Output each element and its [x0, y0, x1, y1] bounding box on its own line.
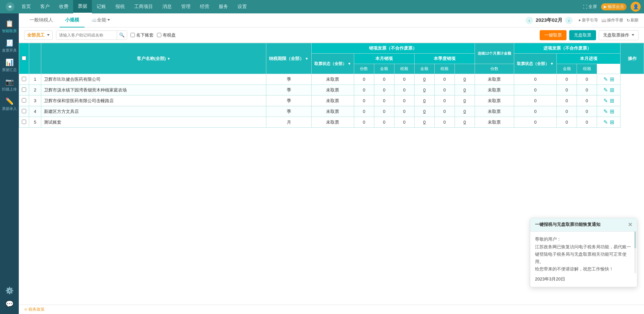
- row-edit-icon-3[interactable]: ✎: [603, 108, 608, 115]
- smart-ticket-icon: 📋: [5, 19, 14, 27]
- filter-names-check[interactable]: 名下账套: [130, 32, 154, 38]
- tax-disk-checkbox[interactable]: [157, 33, 161, 37]
- sidebar-item-invoice-entry[interactable]: ✏️ 票据录入: [0, 95, 19, 114]
- nav-message[interactable]: 消息: [158, 0, 176, 13]
- name-filter-icon[interactable]: ▼: [167, 57, 170, 61]
- nav-tax[interactable]: 报税: [111, 0, 129, 13]
- no-disk-ops-btn[interactable]: 无盘取票操作: [599, 30, 639, 40]
- sidebar-item-smart-ticket[interactable]: 📋 智能取票: [0, 17, 19, 36]
- row-checkbox-2[interactable]: [19, 96, 29, 106]
- scan-upload-icon: 📷: [5, 78, 14, 86]
- period-prev-btn[interactable]: ‹: [526, 17, 533, 24]
- tab-all[interactable]: ☁️ 全能: [86, 13, 115, 27]
- row-sales-quarter-tax-2: 0: [434, 96, 454, 106]
- row-checkbox-1[interactable]: [19, 85, 29, 96]
- manual-icon: 📖: [601, 18, 606, 23]
- notification-line1: 尊敬的用户：: [535, 236, 632, 243]
- nav-manage[interactable]: 管理: [176, 0, 195, 13]
- sidebar-item-settings[interactable]: ⚙️: [5, 284, 14, 297]
- row-num-2: 3: [29, 96, 41, 106]
- nav-service[interactable]: 服务: [214, 0, 233, 13]
- fullscreen-btn[interactable]: ⛶ 全屏: [583, 4, 597, 10]
- names-checkbox[interactable]: [130, 33, 135, 37]
- user-avatar[interactable]: 👤: [631, 2, 641, 12]
- sidebar-item-invoice-issue[interactable]: 🧾 发票开具: [0, 36, 19, 56]
- one-click-ticket-btn[interactable]: 一键取票: [540, 30, 567, 40]
- row-sales-quarter-tax-0: 0: [434, 74, 454, 85]
- tab-small-scale[interactable]: 小规模: [60, 13, 85, 27]
- search-input[interactable]: [56, 31, 117, 40]
- row-actions-4: ✎ ⊞: [597, 117, 621, 128]
- nav-settings[interactable]: 设置: [233, 0, 252, 13]
- filter-tax-disk-check[interactable]: 有税盘: [157, 32, 176, 38]
- row-view-icon-1[interactable]: ⊞: [610, 87, 614, 93]
- notification-close-btn[interactable]: ✕: [628, 222, 632, 228]
- row-view-icon-0[interactable]: ⊞: [610, 76, 614, 82]
- row-edit-icon-4[interactable]: ✎: [603, 119, 608, 125]
- sidebar-item-invoice-summary[interactable]: 📊 票据汇总: [0, 56, 19, 75]
- period-display: 2023年02月: [536, 17, 562, 23]
- row-sales-quarter-tax-4: 0: [434, 117, 454, 128]
- row-purchase-status-4: 未取票: [475, 117, 514, 128]
- refresh-icon: ↻: [627, 18, 630, 23]
- refresh-btn[interactable]: ↻ 刷新: [627, 17, 639, 23]
- purchase-status-filter-icon[interactable]: ▼: [550, 62, 554, 66]
- row-edit-icon-2[interactable]: ✎: [603, 98, 608, 104]
- status-text[interactable]: ⊙ 税务政策: [24, 307, 45, 312]
- row-view-icon-3[interactable]: ⊞: [610, 108, 614, 115]
- select-all-checkbox[interactable]: [22, 56, 26, 60]
- row-actions-2: ✎ ⊞: [597, 96, 621, 106]
- nav-operation[interactable]: 经营: [195, 0, 214, 13]
- notification-date: 2023年3月20日: [535, 275, 632, 283]
- nav-invoice[interactable]: 票据: [73, 0, 92, 13]
- period-next-btn[interactable]: ›: [565, 17, 573, 24]
- row-checkbox-3[interactable]: [19, 106, 29, 117]
- no-disk-ops-dropdown-icon: [632, 34, 634, 36]
- row-sales-status-4: 未取票: [311, 117, 354, 128]
- row-period-4: 月: [266, 117, 312, 128]
- th-sales-month-count: 份数: [354, 64, 374, 74]
- nav-customer[interactable]: 客户: [36, 0, 54, 13]
- row-view-icon-4[interactable]: ⊞: [610, 119, 614, 125]
- row-view-icon-2[interactable]: ⊞: [610, 98, 614, 104]
- search-button[interactable]: 🔍: [117, 30, 127, 40]
- row-sales-status-2: 未取票: [311, 96, 354, 106]
- row-purchase-month-tax-3: 0: [577, 106, 597, 117]
- nav-home[interactable]: 首页: [17, 0, 36, 13]
- row-checkbox-0[interactable]: [19, 74, 29, 85]
- row-actions-1: ✎ ⊞: [597, 85, 621, 96]
- vip-btn[interactable]: ▶ 畅享会员: [601, 3, 627, 10]
- no-disk-ticket-btn[interactable]: 无盘取票: [569, 30, 596, 40]
- operation-manual-btn[interactable]: 📖 操作手册: [601, 17, 623, 23]
- new-guide-btn[interactable]: ✦ 新手引导: [578, 17, 598, 23]
- employee-filter[interactable]: 全部员工: [24, 30, 53, 40]
- row-edit-icon-1[interactable]: ✎: [603, 87, 608, 93]
- row-edit-icon-0[interactable]: ✎: [603, 76, 608, 82]
- nav-right: ⛶ 全屏 ▶ 畅享会员 👤: [583, 2, 641, 12]
- row-purchase-month-tax-2: 0: [577, 96, 597, 106]
- row-sales-quarter-amount-2: 0: [414, 96, 434, 106]
- tab-general-taxpayer[interactable]: 一般纳税人: [24, 13, 58, 27]
- row-purchase-month-amount-0: 0: [557, 74, 577, 85]
- row-sales-month-tax-2: 0: [394, 96, 414, 106]
- notification-title: 一键报税与无盘取票功能恢复通知: [535, 222, 600, 228]
- th-sales-status: 取票状态（全部） ▼: [311, 54, 354, 74]
- row-period-1: 季: [266, 85, 312, 96]
- nav-billing[interactable]: 收费: [54, 0, 73, 13]
- row-purchase-month-amount-1: 0: [557, 85, 577, 96]
- nav-accounting[interactable]: 记账: [92, 0, 111, 13]
- row-actions-3: ✎ ⊞: [597, 106, 621, 117]
- th-name: 客户名称(全部) ▼: [41, 43, 266, 74]
- row-purchase-month-tax-1: 0: [577, 85, 597, 96]
- row-checkbox-4[interactable]: [19, 117, 29, 128]
- sidebar-item-scan-upload[interactable]: 📷 扫描上传: [0, 75, 19, 95]
- notification-line3: 给您带来的不便请谅解，祝您工作愉快！: [535, 265, 632, 273]
- sales-status-filter-icon[interactable]: ▼: [347, 62, 351, 66]
- row-purchase-month-count-1: 0: [514, 85, 557, 96]
- th-purchase-status: 取票状态（全部） ▼: [514, 54, 557, 74]
- period-filter-icon[interactable]: ▼: [305, 57, 309, 61]
- tab-all-dropdown-icon[interactable]: [107, 19, 110, 21]
- filter-dropdown-icon: [47, 34, 50, 36]
- nav-business[interactable]: 工商项目: [129, 0, 158, 13]
- sidebar-item-messages[interactable]: 💬: [5, 297, 14, 311]
